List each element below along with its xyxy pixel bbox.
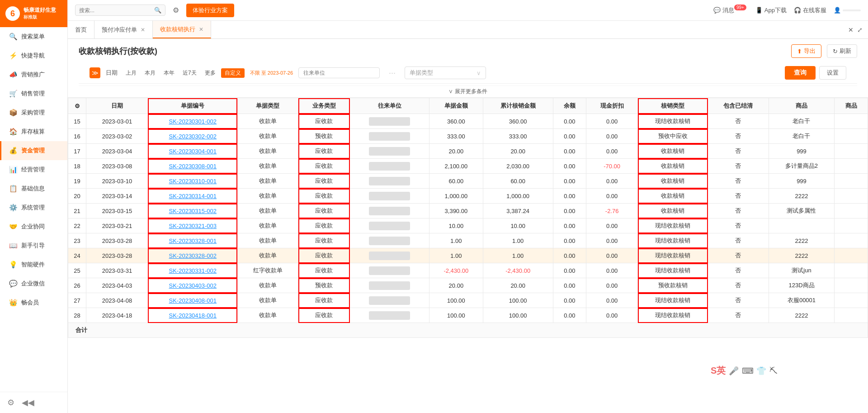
row-goods2 (835, 114, 868, 129)
bill-no-link[interactable]: SK-20230310-001 (169, 178, 217, 185)
row-goods2 (835, 144, 868, 159)
col-partner[interactable]: 往来单位 (350, 98, 429, 114)
table-row: 17 2023-03-04 SK-20230304-001 收款单 应收款 ██… (68, 144, 868, 159)
sidebar-item-搜索菜单[interactable]: 🔍搜索菜单 (0, 27, 67, 46)
col-goods1[interactable]: 商品 (769, 98, 835, 114)
col-bill-type[interactable]: 单据类型 (237, 98, 298, 114)
sidebar-item-新手引导[interactable]: 📖新手引导 (0, 236, 67, 255)
tab-verify-close[interactable]: ✕ (199, 26, 203, 33)
date-more[interactable]: 更多 (202, 68, 218, 78)
bill-no-link[interactable]: SK-20230302-002 (169, 133, 217, 140)
row-biz-type: 应收款 (298, 233, 350, 248)
col-accum-amount[interactable]: 累计核销金额 (483, 98, 553, 114)
row-partner: ██████ (350, 218, 429, 233)
sidebar-item-企业协同[interactable]: 🤝企业协同 (0, 217, 67, 236)
row-bill-no: SK-20230328-001 (148, 233, 237, 248)
bill-type-select[interactable]: 单据类型 ∨ (405, 66, 486, 79)
bill-no-link[interactable]: SK-20230321-003 (169, 223, 217, 229)
sidebar-item-畅会员[interactable]: 👑畅会员 (0, 293, 67, 312)
table-row: 20 2023-03-14 SK-20230314-001 收款单 应收款 ██… (68, 189, 868, 204)
bill-no-link[interactable]: SK-20230328-002 (169, 252, 217, 259)
user-name (843, 9, 861, 11)
sidebar-item-资金管理[interactable]: 💰资金管理 (0, 141, 67, 160)
row-partner: ██████ (350, 159, 429, 174)
industry-btn[interactable]: 体验行业方案 (186, 4, 234, 17)
settings-icon[interactable]: ⚙ (7, 398, 14, 408)
row-bill-no: SK-20230408-001 (148, 293, 237, 308)
row-partner: ██████ (350, 189, 429, 204)
tab-prepay[interactable]: 预付冲应付单 ✕ (94, 21, 153, 38)
col-biz-type[interactable]: 业务类型 (298, 98, 350, 114)
sidebar-item-营销推广[interactable]: 📣营销推广 (0, 65, 67, 84)
row-bill-no: SK-20230304-001 (148, 144, 237, 159)
col-settings[interactable]: ⚙ (68, 98, 86, 114)
collapse-icon[interactable]: ◀◀ (22, 398, 34, 408)
col-cash-discount[interactable]: 现金折扣 (586, 98, 638, 114)
row-biz-type: 预收款 (298, 278, 350, 293)
date-this-month[interactable]: 本月 (142, 68, 158, 78)
sidebar-item-库存核算[interactable]: 🏠库存核算 (0, 122, 67, 141)
topbar-search-input[interactable] (79, 7, 154, 14)
row-amount: 60.00 (429, 174, 483, 189)
row-bill-type: 收款单 (237, 248, 298, 263)
close-tab-icon[interactable]: ✕ (848, 26, 854, 33)
bill-no-link[interactable]: SK-20230418-001 (169, 312, 217, 319)
app-download-item[interactable]: 📱 App下载 (755, 6, 787, 14)
date-7days[interactable]: 近7天 (180, 68, 199, 78)
notification-item[interactable]: 💬 消息 99+ (713, 6, 748, 14)
tab-verify[interactable]: 收款核销执行 ✕ (153, 21, 211, 38)
col-date[interactable]: 日期 (86, 98, 148, 114)
row-goods: 999 (769, 144, 835, 159)
col-include-settled[interactable]: 包含已结清 (708, 98, 769, 114)
sidebar-item-企业微信[interactable]: 💬企业微信 (0, 274, 67, 293)
bill-no-link[interactable]: SK-20230301-002 (169, 118, 217, 125)
sidebar-item-销售管理[interactable]: 🛒销售管理 (0, 84, 67, 103)
bill-no-link[interactable]: SK-20230314-001 (169, 193, 217, 199)
sidebar-item-经营管理[interactable]: 📊经营管理 (0, 160, 67, 179)
bill-no-link[interactable]: SK-20230408-001 (169, 297, 217, 304)
date-this-year[interactable]: 本年 (161, 68, 177, 78)
filter-dots: ··· (385, 68, 399, 78)
sidebar-item-系统管理[interactable]: ⚙️系统管理 (0, 198, 67, 217)
bill-no-link[interactable]: SK-20230304-001 (169, 148, 217, 155)
filter-expand-button[interactable]: ≫ (90, 67, 100, 78)
sidebar-label-13: 企业微信 (21, 280, 45, 288)
query-button[interactable]: 查询 (785, 66, 816, 80)
col-settings-icon[interactable]: ⚙ (75, 103, 80, 109)
bill-no-link[interactable]: SK-20230315-002 (169, 208, 217, 214)
bill-no-link[interactable]: SK-20230308-001 (169, 163, 217, 170)
col-verify-type[interactable]: 核销类型 (638, 98, 708, 114)
gear-icon[interactable]: ⚙ (173, 6, 179, 14)
settings-button[interactable]: 设置 (819, 66, 846, 80)
col-bill-no[interactable]: 单据编号 (148, 98, 237, 114)
online-service-item[interactable]: 🎧 在线客服 (794, 6, 826, 14)
col-balance[interactable]: 余额 (553, 98, 586, 114)
bill-no-link[interactable]: SK-20230328-001 (169, 237, 217, 244)
maximize-icon[interactable]: ⤢ (857, 26, 863, 33)
row-bill-type: 收款单 (237, 308, 298, 323)
row-date: 2023-03-31 (86, 263, 148, 278)
refresh-button[interactable]: ↻ 刷新 (827, 44, 857, 58)
tab-prepay-close[interactable]: ✕ (141, 27, 145, 33)
expand-more-button[interactable]: ∨ 展开更多条件 (448, 88, 487, 95)
row-verify-type: 收款核销 (638, 174, 708, 189)
date-last-month[interactable]: 上月 (123, 68, 139, 78)
sidebar-item-采购管理[interactable]: 📦采购管理 (0, 103, 67, 122)
bill-no-link[interactable]: SK-20230331-002 (169, 267, 217, 274)
tab-home[interactable]: 首页 (68, 21, 94, 38)
notification-icon: 💬 (713, 7, 721, 14)
date-custom[interactable]: 自定义 (221, 68, 245, 78)
row-include-settled: 否 (708, 189, 769, 204)
sidebar-item-智能硬件[interactable]: 💡智能硬件 (0, 255, 67, 274)
export-button[interactable]: ⬆ 导出 (791, 44, 821, 58)
sidebar-item-快捷导航[interactable]: ⚡快捷导航 (0, 46, 67, 65)
col-goods2[interactable]: 商品 (835, 98, 868, 114)
user-item[interactable]: 👤 (834, 7, 861, 14)
row-no: 20 (68, 189, 86, 204)
sidebar-item-基础信息[interactable]: 📋基础信息 (0, 179, 67, 198)
row-verify-type: 预收款核销 (638, 278, 708, 293)
row-biz-type: 应收款 (298, 174, 350, 189)
bill-no-link[interactable]: SK-20230403-002 (169, 282, 217, 289)
col-amount[interactable]: 单据金额 (429, 98, 483, 114)
partner-input[interactable] (303, 70, 375, 76)
